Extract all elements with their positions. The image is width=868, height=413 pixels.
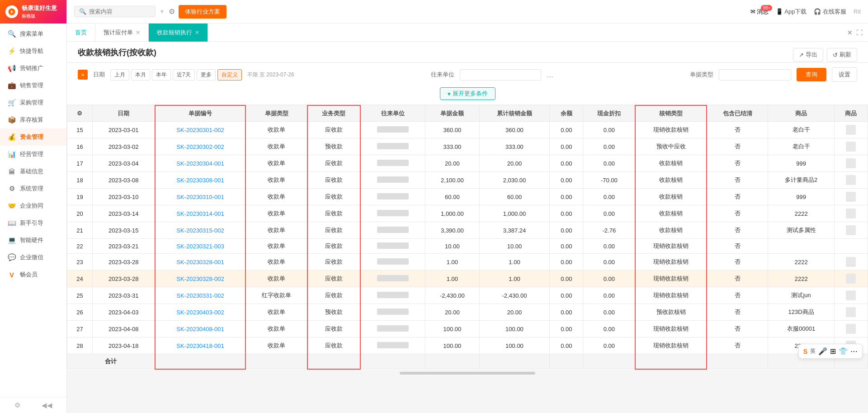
topbar-search-wrap[interactable]: 🔍 [74,6,156,17]
cell-goods2 [834,304,868,321]
query-button[interactable]: 查询 [797,68,826,81]
sidebar-item-inventory[interactable]: 📦 库存核算 [0,111,66,128]
bill-no-link[interactable]: SK-20230418-001 [176,342,224,349]
cell-accum-verify: 100.00 [479,321,550,337]
cell-include-cleared: 否 [707,222,768,239]
cell-amount: 100.00 [425,337,479,354]
date-btn-this-month[interactable]: 本月 [131,69,150,81]
sidebar-item-member[interactable]: V 畅会员 [0,266,66,283]
sidebar-item-system[interactable]: ⚙ 系统管理 [0,180,66,197]
cell-amount: 3,390.00 [425,222,479,239]
sidebar-item-finance[interactable]: 💰 资金管理 [0,128,66,146]
cell-include-cleared: 否 [707,138,768,155]
sidebar-item-sales[interactable]: 💼 销售管理 [0,77,66,94]
cell-accum-verify: 333.00 [479,138,550,155]
sidebar-label-quicknav: 快捷导航 [20,47,43,55]
sidebar-item-operations[interactable]: 📊 经营管理 [0,146,66,163]
cell-accum-verify: 100.00 [479,337,550,354]
app-download-link[interactable]: 📱 App下载 [776,8,807,16]
cell-accum-verify: 2,030.00 [479,172,550,189]
collapse-sidebar-icon[interactable]: ◀◀ [42,401,52,409]
page-content: 收款核销执行(按收款) ↗ 导出 ↺ 刷新 » 日期 [67,42,868,413]
sidebar-item-marketing[interactable]: 📢 营销推广 [0,60,66,77]
date-btn-this-year[interactable]: 本年 [152,69,171,81]
dots-icon: ⋯ [850,347,858,356]
bill-no-link[interactable]: SK-20230301-002 [176,127,224,133]
sidebar-item-wechat[interactable]: 💬 企业微信 [0,249,66,266]
cell-biz-type: 应收款 [307,122,360,138]
horizontal-scroll[interactable] [67,370,868,377]
cell-no: 19 [67,189,93,205]
sidebar-item-search[interactable]: 🔍 搜索菜单 [0,25,66,43]
settings-button[interactable]: 设置 [832,67,857,82]
table-row: 27 2023-04-08 SK-20230408-001 收款单 应收款 10… [67,321,868,337]
filter-expand-icon[interactable]: » [78,70,88,80]
cell-bill-no: SK-20230408-001 [155,321,246,337]
tab-prepay-close-icon[interactable]: ✕ [136,29,140,36]
tab-verify[interactable]: 收款核销执行 ✕ [149,24,208,42]
topbar-search-input[interactable] [89,8,143,15]
cell-goods2 [834,271,868,287]
sidebar-item-hardware[interactable]: 💻 智能硬件 [0,232,66,249]
cell-verify-type: 现销收款核销 [635,287,706,304]
export-button[interactable]: ↗ 导出 [793,48,823,62]
cell-biz-type: 应收款 [307,189,360,205]
tab-verify-close-icon[interactable]: ✕ [195,29,199,36]
expand-more-conditions-button[interactable]: ▾ 展开更多条件 [440,87,495,100]
sidebar-item-corp[interactable]: 🤝 企业协同 [0,197,66,214]
sidebar-item-basic[interactable]: 🏛 基础信息 [0,163,66,180]
sidebar-item-purchase[interactable]: 🛒 采购管理 [0,94,66,111]
col-bill-type: 单据类型 [245,105,307,122]
bill-no-link[interactable]: SK-20230308-001 [176,177,224,184]
table-row: 19 2023-03-10 SK-20230310-001 收款单 应收款 60… [67,189,868,205]
bill-no-link[interactable]: SK-20230310-001 [176,194,224,200]
bill-no-link[interactable]: SK-20230328-001 [176,259,224,266]
cell-amount: 1.00 [425,271,479,287]
online-service-link[interactable]: 🎧 在线客服 [814,8,846,16]
cell-verify-type: 现销收款核销 [635,122,706,138]
tabbar-expand-button[interactable]: ⛶ [856,29,863,36]
col-settings[interactable]: ⚙ [67,105,93,122]
bill-no-link[interactable]: SK-20230314-001 [176,210,224,217]
bill-no-link[interactable]: SK-20230408-001 [176,326,224,332]
bill-no-link[interactable]: SK-20230304-001 [176,160,224,167]
message-icon-area[interactable]: ✉ 消息 99+ [750,8,769,16]
bill-no-link[interactable]: SK-20230328-002 [176,275,224,282]
main-area: 🔍 ▼ ⚙ 体验行业方案 ✉ 消息 99+ 📱 App下载 🎧 在线客服 Rit [67,0,868,413]
footer-balance [550,354,583,369]
cell-accum-verify: 20.00 [479,304,550,321]
refresh-button[interactable]: ↺ 刷新 [827,48,857,62]
partner-filter-input[interactable] [460,69,541,81]
cell-include-cleared: 否 [707,287,768,304]
bill-no-link[interactable]: SK-20230321-003 [176,243,224,250]
cell-amount: -2,430.00 [425,287,479,304]
date-btn-custom[interactable]: 自定义 [217,69,242,81]
bill-no-link[interactable]: SK-20230331-002 [176,292,224,299]
tab-prepay[interactable]: 预计应付单 ✕ [95,24,149,42]
cell-goods1: 多计量商品2 [768,172,835,189]
tabbar-close-button[interactable]: ✕ [847,29,853,36]
footer-amount [425,354,479,369]
date-btn-last-month[interactable]: 上月 [110,69,129,81]
sidebar-label-guide: 新手引导 [20,219,43,227]
bill-type-select[interactable] [719,69,791,81]
cell-biz-type: 应收款 [307,155,360,172]
footer-cash-disc [583,354,636,369]
bill-no-link[interactable]: SK-20230403-002 [176,309,224,316]
cell-goods1: 测试多属性 [768,222,835,239]
topbar-gear-icon[interactable]: ⚙ [169,7,175,16]
sidebar-item-quicknav[interactable]: ⚡ 快捷导航 [0,43,66,60]
date-btn-7days[interactable]: 近7天 [173,69,195,81]
page-header: 收款核销执行(按收款) ↗ 导出 ↺ 刷新 [67,42,868,63]
settings-bottom-icon[interactable]: ⚙ [14,401,20,409]
industry-solution-button[interactable]: 体验行业方案 [179,5,226,19]
bill-no-link[interactable]: SK-20230315-002 [176,227,224,234]
cell-no: 24 [67,271,93,287]
cell-goods1: 衣服00001 [768,321,835,337]
tab-home[interactable]: 首页 [67,24,95,42]
sidebar-item-guide[interactable]: 📖 新手引导 [0,214,66,232]
date-btn-more[interactable]: 更多 [197,69,216,81]
sidebar-label-marketing: 营销推广 [20,64,43,72]
cell-verify-type: 收款核销 [635,222,706,239]
bill-no-link[interactable]: SK-20230302-002 [176,143,224,150]
